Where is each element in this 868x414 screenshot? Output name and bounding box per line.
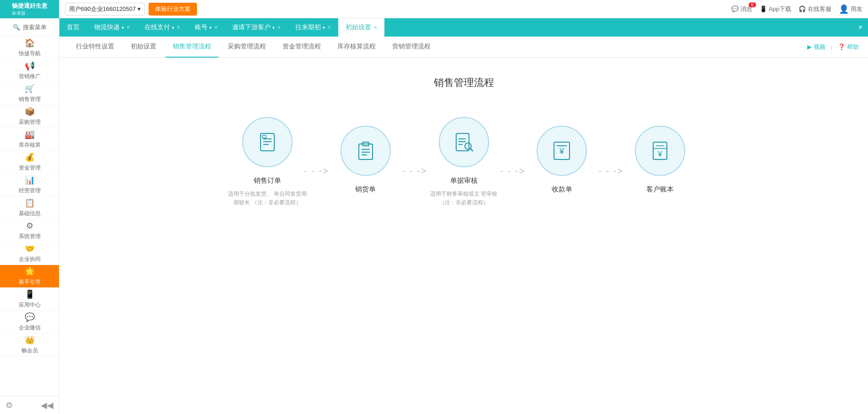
sub-tab-label-6: 营销管理流程 [392,42,431,51]
svg-rect-4 [262,135,266,138]
sidebar-item-12[interactable]: 💬企业微信 [0,311,59,334]
video-icon: ▶ [807,43,812,50]
nav-tab-arrow-4: ▾ [272,25,275,30]
close-all-tabs[interactable]: × [853,23,868,32]
nav-tab-close-2[interactable]: × [177,24,180,31]
sidebar-item-10[interactable]: 🌟新手引导 [0,265,59,288]
top-bar: 用户690企业1660120507 ▾ 体验行业方案 💬 消息 6 📱 App下… [59,0,868,18]
user-label: 用户690企业1660120507 [69,5,136,13]
top-bar-right: 💬 消息 6 📱 App下载 🎧 在线客服 👤 用友 [731,4,863,14]
nav-tab-arrow-5: ▾ [323,25,325,30]
sub-tab-label-0: 行业特性设置 [76,42,114,51]
service-label: 在线客服 [808,5,831,13]
sub-tab-label-3: 采购管理流程 [228,42,266,51]
nav-tab-5[interactable]: 往来期初▾× [288,18,338,37]
sidebar-item-9[interactable]: 🤝企业协同 [0,242,59,265]
sidebar-label-8: 系统管理 [19,233,41,240]
sub-tab-5[interactable]: 库存核算流程 [330,37,383,58]
sidebar-item-4[interactable]: 🏭库存核算 [0,128,59,151]
sub-tabs: 行业特性设置初始设置销售管理流程采购管理流程资金管理流程库存核算流程营销管理流程… [59,37,868,58]
app-icon: 📱 [760,5,767,12]
flow-step-4[interactable]: ¥ 客户账本 [619,126,701,198]
sidebar-item-5[interactable]: 💰资金管理 [0,151,59,174]
sidebar-icon-7: 📋 [25,198,35,208]
user-avatar[interactable]: 👤 用友 [839,4,863,14]
sidebar-item-6[interactable]: 📊经营管理 [0,174,59,196]
nav-tabs: 首页物流快递▾×在线支付▾×账号▾×邀请下游客户▾×往来期初▾×初始设置×× [59,18,868,37]
sidebar-icon-6: 📊 [25,175,35,185]
sidebar-icon-1: 📢 [25,61,35,71]
logo-line1: 畅捷通好生意 [12,2,48,10]
sub-tab-1[interactable]: 初始设置 [123,37,164,58]
sub-tab-6[interactable]: 营销管理流程 [385,37,438,58]
flow-step-2[interactable]: 单据审核适用于财务审核或主 管审核 （注：非必要流程） [423,117,505,207]
flow-circle-0 [242,117,293,167]
app-download-item[interactable]: 📱 App下载 [760,5,791,13]
sidebar-label-0: 快捷导航 [19,50,41,58]
sidebar-items: 🏠快捷导航📢营销推广🛒销售管理📦采购管理🏭库存核算💰资金管理📊经营管理📋基础信息… [0,37,59,396]
nav-tab-label-1: 物流快递 [94,23,120,32]
sidebar-item-0[interactable]: 🏠快捷导航 [0,37,59,59]
nav-tab-6[interactable]: 初始设置× [338,18,384,37]
sidebar-label-12: 企业微信 [19,324,41,332]
nav-tab-4[interactable]: 邀请下游客户▾× [225,18,288,37]
flow-circle-3: ¥ [537,126,587,176]
svg-line-15 [470,149,473,151]
nav-tab-1[interactable]: 物流快递▾× [87,18,137,37]
sidebar-icon-0: 🏠 [25,38,35,48]
sidebar-item-13[interactable]: 👑畅会员 [0,334,59,356]
sidebar-item-11[interactable]: 📱应用中心 [0,288,59,311]
sub-tab-4[interactable]: 资金管理流程 [275,37,328,58]
sidebar-icon-5: 💰 [25,152,35,162]
nav-tab-arrow-3: ▾ [209,25,212,30]
main-content: 行业特性设置初始设置销售管理流程采购管理流程资金管理流程库存核算流程营销管理流程… [59,37,868,414]
sidebar-label-2: 销售管理 [19,96,41,103]
app-label: App下载 [769,5,791,13]
nav-tab-label-3: 账号 [195,23,208,32]
sub-tab-3[interactable]: 采购管理流程 [220,37,273,58]
trial-button[interactable]: 体验行业方案 [149,3,197,16]
sidebar-item-8[interactable]: ⚙系统管理 [0,219,59,242]
sidebar-item-1[interactable]: 📢营销推广 [0,59,59,82]
svg-text:¥: ¥ [559,147,564,156]
collapse-icon[interactable]: ◀◀ [41,400,53,410]
service-item[interactable]: 🎧 在线客服 [799,5,831,13]
flow-step-name-4: 客户账本 [646,185,674,194]
nav-tab-close-4[interactable]: × [277,24,281,31]
message-item[interactable]: 💬 消息 6 [731,5,752,13]
sidebar-bottom: ⚙ ◀◀ [0,396,59,414]
settings-icon[interactable]: ⚙ [5,400,13,410]
sidebar-item-3[interactable]: 📦采购管理 [0,105,59,128]
nav-tab-label-0: 首页 [67,23,80,32]
sidebar-label-7: 基础信息 [19,210,41,218]
help-link[interactable]: ❓ 帮助 [838,43,859,51]
sub-tab-2[interactable]: 销售管理流程 [165,37,218,58]
nav-tab-close-5[interactable]: × [328,24,331,31]
nav-tab-close-1[interactable]: × [127,24,130,31]
flow-step-3[interactable]: ¥ 收款单 [521,126,603,198]
sub-tab-label-1: 初始设置 [131,42,156,51]
flow-title: 销售管理流程 [434,76,494,90]
sub-tab-label-4: 资金管理流程 [282,42,321,51]
sub-tab-0[interactable]: 行业特性设置 [69,37,122,58]
sidebar-label-6: 经营管理 [19,187,41,195]
user-name: 用友 [851,5,863,13]
flow-step-0[interactable]: 销售订单适用于分批发货、 有合同发货周期较长 （注：非必要流程） [226,117,309,207]
search-icon: 🔍 [13,24,20,31]
nav-tab-2[interactable]: 在线支付▾× [137,18,187,37]
flow-step-1[interactable]: 销货单 [325,126,407,198]
nav-tab-3[interactable]: 账号▾× [187,18,225,37]
sidebar-item-7[interactable]: 📋基础信息 [0,196,59,219]
sidebar-item-2[interactable]: 🛒销售管理 [0,82,59,105]
flow-step-desc-2: 适用于财务审核或主 管审核 （注：非必要流程） [423,190,505,207]
nav-tab-close-6[interactable]: × [374,24,377,31]
sidebar-search[interactable]: 🔍 搜索菜单 [0,18,59,37]
user-selector[interactable]: 用户690企业1660120507 ▾ [65,3,145,16]
nav-tab-0[interactable]: 首页 [59,18,87,37]
nav-tab-close-3[interactable]: × [214,24,218,31]
sidebar-icon-8: ⚙ [26,221,33,231]
video-link[interactable]: ▶ 视频 [807,43,825,51]
service-icon: 🎧 [799,5,806,12]
sidebar-icon-3: 📦 [25,106,35,117]
flow-area: 销售管理流程 销售订单适用于分批发货、 有合同发货周期较长 （注：非必要流程）-… [59,58,868,225]
